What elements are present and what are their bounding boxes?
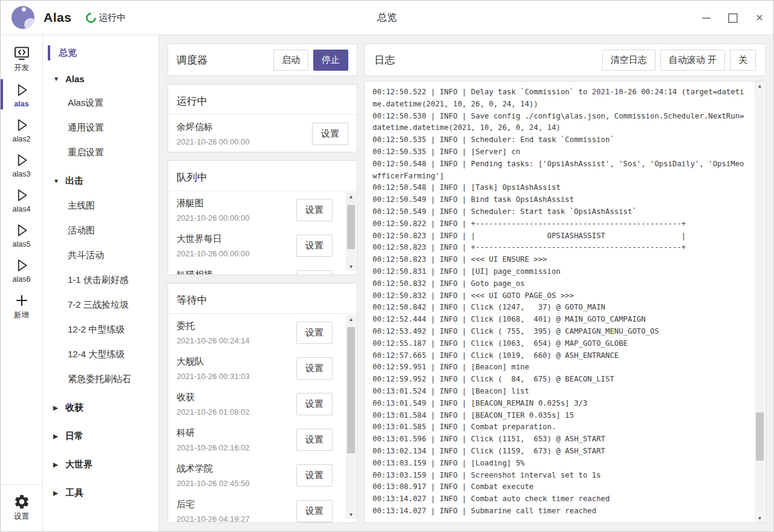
task-setting-button[interactable]: 设置: [312, 123, 348, 145]
task-info: 大舰队2021-10-26 00:31:03: [177, 356, 250, 381]
scroll-thumb[interactable]: [347, 327, 355, 453]
scheduler-start-button[interactable]: 启动: [273, 50, 308, 71]
play-icon: [13, 116, 31, 134]
menu-group-label: 出击: [65, 175, 83, 187]
rail-item-dev[interactable]: 开发: [1, 40, 42, 77]
menu-group-0[interactable]: ▼Alas: [43, 67, 158, 91]
menu-groups: ▼AlasAlas设置通用设置重启设置▼出击主线图活动图共斗活动1-1 伏击刷好…: [43, 67, 158, 505]
menu-item[interactable]: 共斗活动: [43, 243, 158, 268]
chevron-right-icon: ▶: [53, 404, 60, 411]
scroll-down-icon[interactable]: ▼: [346, 510, 356, 519]
waiting-card-title: 等待中: [177, 291, 348, 313]
rail-item-label: alas3: [13, 170, 31, 178]
log-scrollbar[interactable]: ▲ ▼: [755, 82, 765, 522]
menu-item[interactable]: 12-4 大型练级: [43, 342, 158, 367]
task-setting-button[interactable]: 设置: [296, 235, 333, 257]
alas-logo-icon: [11, 6, 34, 29]
rail-item-alas4[interactable]: alas4: [1, 182, 42, 217]
chevron-down-icon: ▼: [53, 76, 60, 82]
log-line: 00:12:50.549 | INFO | Bind task OpsiAshA…: [372, 194, 747, 206]
scroll-down-icon[interactable]: ▼: [346, 262, 356, 271]
menu-item-overview[interactable]: 总览: [43, 42, 158, 63]
log-line: 00:12:50.549 | INFO | Scheduler: Start t…: [372, 206, 747, 218]
autoscroll-toggle-button[interactable]: 自动滚动 开: [660, 50, 725, 71]
menu-item[interactable]: 重启设置: [43, 140, 158, 165]
menu-group-label: 工具: [65, 487, 83, 499]
menu-item[interactable]: 12-2 中型练级: [43, 317, 158, 342]
menu-group-5[interactable]: ▶工具: [43, 481, 158, 505]
waiting-scrollbar[interactable]: ▲ ▼: [346, 315, 356, 519]
rail-item-add[interactable]: 新增: [1, 287, 42, 324]
task-info: 科研2021-10-26 02:16:02: [177, 427, 250, 452]
scroll-up-icon[interactable]: ▲: [346, 192, 356, 201]
task-name: 后宅: [177, 499, 250, 510]
rail-item-label: 设置: [14, 511, 29, 522]
play-icon: [13, 151, 31, 169]
menu-item[interactable]: Alas设置: [43, 91, 158, 115]
task-setting-button[interactable]: 设置: [296, 500, 333, 522]
menu-item[interactable]: 紧急委托刷钻石: [43, 367, 158, 392]
task-setting-button[interactable]: 设置: [296, 464, 333, 487]
log-line: 00:13:01.549 | INFO | [BEACON_REMAIN 0.0…: [372, 398, 747, 410]
close-button[interactable]: ✕: [754, 13, 765, 24]
rail-item-alas6[interactable]: alas6: [1, 252, 42, 287]
rail-item-alas3[interactable]: alas3: [1, 147, 42, 182]
task-info: 战术学院2021-10-26 02:45:50: [177, 463, 250, 488]
scroll-up-icon[interactable]: ▲: [755, 82, 765, 90]
task-name: 科研: [177, 427, 250, 439]
pending-card-title: 队列中: [177, 168, 348, 190]
task-setting-button[interactable]: 设置: [296, 199, 333, 221]
menu-group-label: 日常: [65, 430, 83, 442]
scroll-thumb[interactable]: [347, 205, 355, 249]
running-card: 运行中 余烬信标2021-10-26 00:00:00设置: [167, 84, 357, 152]
pending-scrollbar[interactable]: ▲ ▼: [346, 192, 356, 271]
menu-item[interactable]: 通用设置: [43, 115, 158, 140]
menu-item[interactable]: 7-2 三战捡垃圾: [43, 293, 158, 317]
log-column: 日志 清空日志 自动滚动 开 关 00:12:50.522 | INFO | D…: [364, 44, 766, 523]
log-line: 00:12:57.665 | INFO | Click (1019, 660) …: [372, 350, 747, 362]
menu-group-1[interactable]: ▼出击: [43, 169, 158, 193]
menu-group-3[interactable]: ▶日常: [43, 424, 158, 449]
task-setting-button[interactable]: 设置: [296, 357, 333, 380]
rail-item-settings[interactable]: 设置: [1, 488, 42, 525]
autoscroll-off-button[interactable]: 关: [730, 50, 756, 71]
task-time: 2021-10-26 02:45:50: [177, 479, 250, 488]
window-body: 开发alasalas2alas3alas4alas5alas6新增 设置 总览 …: [1, 35, 773, 531]
scroll-up-icon[interactable]: ▲: [346, 315, 356, 323]
rail-item-alas[interactable]: alas: [1, 77, 42, 112]
clear-log-button[interactable]: 清空日志: [602, 50, 655, 71]
rail-item-alas2[interactable]: alas2: [1, 112, 42, 147]
task-setting-button[interactable]: 设置: [296, 429, 333, 451]
task-menu: 总览 ▼AlasAlas设置通用设置重启设置▼出击主线图活动图共斗活动1-1 伏…: [43, 35, 159, 531]
log-line: 00:12:50.823 | INFO | <<< UI ENSURE >>>: [372, 254, 747, 266]
log-line: 00:12:50.842 | INFO | Click (1247, 37) @…: [372, 302, 747, 314]
maximize-button[interactable]: [727, 13, 738, 24]
log-line: 00:13:03.159 | INFO | [Loading] 5%: [372, 458, 747, 470]
task-setting-button[interactable]: 设置: [296, 270, 333, 275]
task-row: 短猫相接2021-10-26 00:00:00设置: [177, 264, 333, 275]
log-line: 00:12:53.492 | INFO | Click ( 755, 395) …: [372, 326, 747, 338]
task-setting-button[interactable]: 设置: [296, 393, 333, 415]
menu-item[interactable]: 1-1 伏击刷好感: [43, 268, 158, 293]
log-line: 00:13:01.524 | INFO | [Beacon] list: [372, 386, 747, 398]
scheduler-stop-button[interactable]: 停止: [313, 50, 348, 71]
menu-group-2[interactable]: ▶收获: [43, 395, 158, 420]
play-icon: [13, 81, 31, 99]
topbar: Alas 运行中 总览 ✕: [1, 1, 773, 35]
scroll-thumb[interactable]: [756, 412, 764, 461]
dev-icon: [13, 44, 31, 62]
menu-item[interactable]: 主线图: [43, 193, 158, 218]
rail-item-label: 新增: [14, 310, 29, 320]
log-line: 00:12:50.823 | INFO | | OPSIASHASSIST |: [372, 230, 747, 242]
scroll-down-icon[interactable]: ▼: [755, 514, 765, 522]
running-card-title: 运行中: [177, 92, 348, 114]
log-line: 00:12:50.832 | INFO | Goto page_os: [372, 278, 747, 290]
task-setting-button[interactable]: 设置: [296, 322, 333, 344]
minimize-button[interactable]: [701, 13, 712, 24]
menu-group-4[interactable]: ▶大世界: [43, 452, 158, 477]
log-line: 00:12:50.530 | INFO | Save config ./conf…: [372, 111, 747, 135]
log-line: 00:12:50.832 | INFO | <<< UI GOTO PAGE_O…: [372, 290, 747, 302]
log-line: 00:12:50.822 | INFO | +-----------------…: [372, 218, 747, 230]
rail-item-alas5[interactable]: alas5: [1, 217, 42, 252]
menu-item[interactable]: 活动图: [43, 218, 158, 243]
